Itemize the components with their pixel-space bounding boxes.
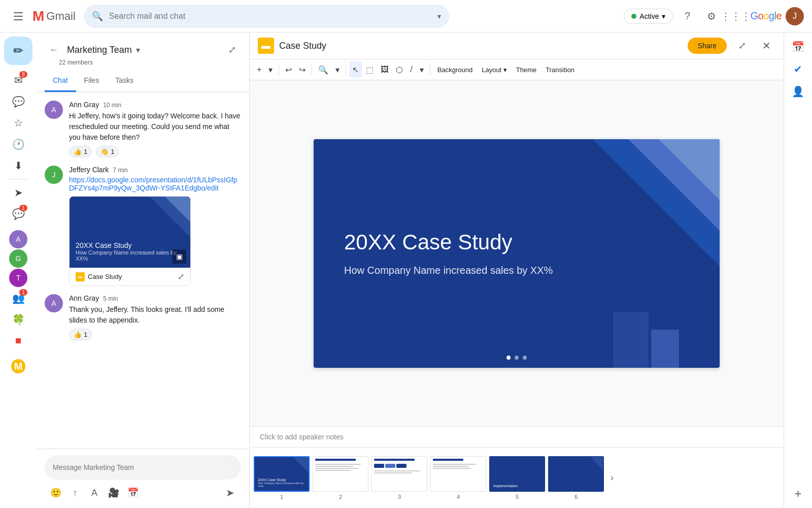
- undo-button[interactable]: ↩: [282, 61, 295, 78]
- sidebar-item-m-avatar[interactable]: M: [8, 356, 28, 376]
- background-button[interactable]: Background: [433, 61, 477, 78]
- select-tool-button[interactable]: ↖: [349, 61, 362, 78]
- reaction-thumbsup-1[interactable]: 👍 1: [69, 146, 92, 157]
- transition-button[interactable]: Transition: [542, 61, 579, 78]
- filmstrip-item-2[interactable]: 2: [313, 456, 368, 500]
- slide-canvas[interactable]: 20XX Case Study How Company Name increas…: [314, 139, 720, 368]
- filmstrip-content-5: Implementation: [490, 457, 544, 491]
- filmstrip-slide-1: 20XX Case Study How Company Name increas…: [254, 456, 310, 492]
- filmstrip-item-5[interactable]: Implementation 5: [489, 456, 545, 500]
- open-external-button[interactable]: ⤢: [733, 37, 751, 55]
- tab-files[interactable]: Files: [76, 70, 108, 92]
- sidebar-item-recent[interactable]: 🕐: [8, 134, 28, 154]
- video-button[interactable]: 🎥: [105, 484, 123, 502]
- theme-button[interactable]: Theme: [512, 61, 540, 78]
- filmstrip-item-4[interactable]: 4: [430, 456, 486, 500]
- speaker-notes[interactable]: Click to add speaker notes: [250, 426, 784, 447]
- groups-badge: 1: [19, 289, 27, 296]
- sidebar-item-archive[interactable]: ⬇: [8, 155, 28, 176]
- close-slides-button[interactable]: ✕: [757, 37, 775, 55]
- contact-avatar-2[interactable]: G: [9, 249, 27, 268]
- attachment-card: 20XX Case Study How Company Name increas…: [69, 196, 191, 286]
- back-button[interactable]: ←: [45, 41, 63, 59]
- filmstrip-item-1[interactable]: 20XX Case Study How Company Name increas…: [254, 456, 310, 500]
- message-content-2: Jeffery Clark 7 min https://docs.google.…: [69, 166, 241, 286]
- slides-document-title[interactable]: Case Study: [279, 41, 326, 51]
- filmstrip-title-1: 20XX Case Study: [258, 478, 286, 482]
- search-dropdown-button[interactable]: ▾: [437, 12, 441, 20]
- user-avatar[interactable]: J: [786, 7, 804, 25]
- chat-title-dropdown[interactable]: ▾: [136, 45, 140, 55]
- line-button[interactable]: /: [407, 61, 415, 78]
- filmstrip-item-3[interactable]: 3: [371, 456, 427, 500]
- share-button[interactable]: Share: [688, 38, 727, 54]
- filmstrip-content-6: [549, 457, 603, 491]
- filmstrip-item-6[interactable]: 6: [548, 456, 604, 500]
- sidebar-item-chat[interactable]: 💬: [8, 91, 28, 112]
- slides-panel: ▬ Case Study Share ⤢ ✕ + ▾ ↩ ↪ 🔍 ▾ ↖ ⬚ 🖼…: [250, 33, 784, 508]
- add-dropdown-button[interactable]: ▾: [265, 61, 276, 78]
- filmstrip-slide-6: [548, 456, 604, 492]
- add-element-button[interactable]: +: [254, 61, 264, 78]
- shape-button[interactable]: ⬡: [393, 61, 406, 78]
- help-button[interactable]: ?: [677, 6, 697, 26]
- attachment-title: 20XX Case Study: [76, 241, 132, 249]
- sidebar-item-groups[interactable]: 👥 1: [8, 288, 28, 308]
- filmstrip-slide-5: Implementation: [489, 456, 545, 492]
- layout-button[interactable]: Layout ▾: [478, 61, 511, 78]
- message-author-3: Ann Gray: [69, 294, 99, 302]
- chat-icon: 💬: [12, 96, 25, 108]
- toolbar-sep-3: [346, 64, 346, 76]
- line-dropdown-button[interactable]: ▾: [417, 61, 427, 78]
- reaction-wave-1[interactable]: 👋 1: [96, 146, 119, 157]
- emoji-button[interactable]: 🙂: [47, 484, 65, 502]
- active-status-button[interactable]: Active ▾: [624, 9, 673, 24]
- sidebar-item-rooms[interactable]: 💬 1: [8, 204, 28, 224]
- filmstrip-next-button[interactable]: ›: [607, 472, 617, 483]
- expand-button[interactable]: ⤢: [223, 41, 241, 59]
- sidebar-item-clover[interactable]: 🍀: [8, 309, 28, 330]
- filmstrip-num-5: 5: [516, 494, 519, 500]
- right-tasks-button[interactable]: ✔: [788, 59, 808, 79]
- attachment-open-button[interactable]: ⤢: [178, 272, 184, 281]
- zoom-dropdown-button[interactable]: ▾: [332, 61, 343, 78]
- settings-button[interactable]: ⚙: [701, 6, 722, 26]
- tab-tasks[interactable]: Tasks: [107, 70, 142, 92]
- reaction-thumbsup-3[interactable]: 👍 1: [69, 329, 92, 340]
- upload-button[interactable]: ↑: [66, 484, 84, 502]
- sidebar-item-mail[interactable]: ✉ 8: [8, 70, 28, 90]
- slides-filmstrip: 20XX Case Study How Company Name increas…: [250, 447, 784, 508]
- filmstrip-num-1: 1: [280, 494, 283, 500]
- right-calendar-button[interactable]: 📅: [788, 37, 808, 57]
- chat-panel: ← Marketing Team ▾ ⤢ 22 members Chat Fil…: [37, 33, 250, 508]
- chat-header: ← Marketing Team ▾ ⤢: [37, 33, 249, 59]
- compose-button[interactable]: ✏: [4, 37, 32, 65]
- calendar-add-button[interactable]: 📅: [124, 484, 142, 502]
- format-button[interactable]: A: [85, 484, 104, 502]
- message-link[interactable]: https://docs.google.com/presentation/d/1…: [69, 176, 238, 192]
- filmstrip-line-3b: [374, 472, 412, 473]
- sidebar-item-red[interactable]: [8, 331, 28, 351]
- sidebar-item-send[interactable]: ➤: [8, 182, 28, 203]
- hamburger-button[interactable]: [8, 6, 28, 26]
- text-box-button[interactable]: ⬚: [363, 61, 377, 78]
- contact-avatar-1[interactable]: A: [9, 230, 27, 248]
- apps-button[interactable]: ⋮⋮⋮: [726, 6, 746, 26]
- zoom-button[interactable]: 🔍: [315, 61, 331, 78]
- message-header-3: Ann Gray 5 min: [69, 294, 241, 302]
- sidebar-item-starred[interactable]: ☆: [8, 113, 28, 133]
- search-bar: 🔍 ▾: [84, 5, 449, 28]
- chat-tabs: Chat Files Tasks: [37, 70, 249, 92]
- right-add-button[interactable]: +: [788, 484, 808, 504]
- send-button[interactable]: ➤: [221, 484, 239, 502]
- redo-button[interactable]: ↪: [296, 61, 309, 78]
- chat-input[interactable]: [53, 463, 233, 471]
- filmstrip-num-2: 2: [339, 494, 342, 500]
- right-contacts-button[interactable]: 👤: [788, 81, 808, 102]
- contact-avatar-3[interactable]: T: [9, 269, 27, 287]
- search-input[interactable]: [109, 12, 431, 21]
- slides-logo-small: ▬: [76, 272, 85, 281]
- tab-chat[interactable]: Chat: [45, 70, 76, 92]
- image-button[interactable]: 🖼: [378, 61, 392, 78]
- message-group-1: A Ann Gray 10 min Hi Jeffery, how's it g…: [45, 101, 241, 157]
